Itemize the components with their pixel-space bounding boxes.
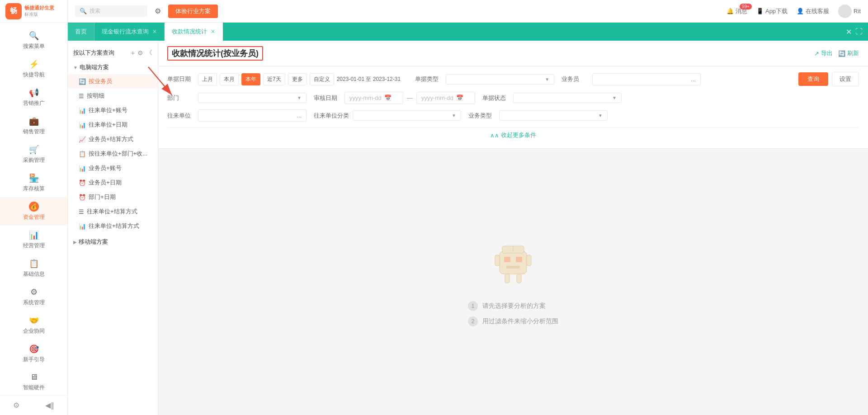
tree-item-salesman-settle[interactable]: 📈 业务员+结算方式 bbox=[68, 132, 158, 146]
app-logo: 畅 畅捷通好生意 标准版 bbox=[0, 0, 67, 23]
salesman-more-btn[interactable]: ... bbox=[691, 76, 696, 83]
quicknav-icon: ⚡ bbox=[29, 59, 39, 69]
partner-date-icon: 📊 bbox=[79, 122, 86, 128]
sidebar-item-operation[interactable]: 📊 经营管理 bbox=[0, 226, 67, 254]
left-panel: 按以下方案查询 + ⚙ 《 ▼ 电脑端方案 🔄 bbox=[68, 41, 158, 415]
tree-item-partner-settle1[interactable]: ☰ 往来单位+结算方式 bbox=[68, 204, 158, 219]
tab-close-all-btn[interactable]: ✕ bbox=[846, 28, 852, 36]
purchase-icon: 🛒 bbox=[29, 145, 39, 155]
logo-text: 畅捷通好生意 标准版 bbox=[24, 5, 54, 18]
collapse-panel-btn[interactable]: 《 bbox=[146, 49, 152, 57]
refresh-button[interactable]: 🔄 刷新 bbox=[838, 49, 859, 57]
partner-more-btn[interactable]: ... bbox=[297, 112, 302, 119]
sidebar-settings-btn[interactable]: ⚙ bbox=[13, 401, 19, 410]
filter-doctype-select[interactable]: ▼ bbox=[446, 74, 554, 85]
tree-section-mobile: ▶ 移动端方案 bbox=[68, 235, 158, 249]
search-icon: 🔍 bbox=[29, 31, 39, 41]
app-download-btn[interactable]: 📱 App下载 bbox=[756, 7, 788, 15]
filter-docstatus-select[interactable]: ▼ bbox=[513, 93, 622, 103]
partner-settle2-icon: 📊 bbox=[79, 223, 86, 230]
filter-audit-end[interactable]: yyyy-mm-dd 📅 bbox=[416, 92, 475, 104]
filter-biztype-select[interactable]: ▼ bbox=[499, 110, 608, 121]
topbar-search[interactable]: 🔍 搜索 bbox=[75, 5, 147, 17]
filter-partner-cat-select[interactable]: ▼ bbox=[353, 110, 461, 121]
user-name[interactable]: Rit bbox=[838, 5, 861, 18]
page-header-actions: ↗ 导出 🔄 刷新 bbox=[814, 49, 859, 57]
sidebar-item-finance[interactable]: 💰 资金管理 bbox=[0, 197, 67, 226]
tree-item-dept-date[interactable]: ⏰ 部门+日期 bbox=[68, 190, 158, 204]
tree-item-partner-dept-collect[interactable]: 📋 按往来单位+部门+收... bbox=[68, 146, 158, 161]
sidebar-item-inventory[interactable]: 🏪 库存核算 bbox=[0, 169, 67, 197]
date-btn-this-month[interactable]: 本月 bbox=[220, 73, 239, 85]
sidebar-item-enterprise[interactable]: 🤝 企业协同 bbox=[0, 311, 67, 340]
settings-button[interactable]: 设置 bbox=[832, 72, 859, 86]
tree-item-partner-account[interactable]: 📊 往来单位+账号 bbox=[68, 103, 158, 118]
tab-bank[interactable]: 现金银行流水查询 ✕ bbox=[94, 23, 165, 41]
date-btn-more[interactable]: 更多 bbox=[288, 73, 307, 85]
search-icon: 🔍 bbox=[80, 8, 87, 14]
tab-maximize-btn[interactable]: ⛶ bbox=[855, 28, 863, 36]
salesman-settle-icon: 📈 bbox=[79, 136, 86, 143]
sidebar-item-marketing[interactable]: 📢 营销推广 bbox=[0, 83, 67, 112]
tree-item-by-detail[interactable]: ☰ 按明细 bbox=[68, 89, 158, 103]
sidebar-collapse-btn[interactable]: ◀‖ bbox=[45, 401, 54, 410]
tree-item-salesman-account[interactable]: 📊 业务员+账号 bbox=[68, 161, 158, 175]
query-button[interactable]: 查询 bbox=[798, 72, 828, 86]
tree-item-partner-date[interactable]: 📊 往来单位+日期 bbox=[68, 118, 158, 132]
collapse-filter-btn[interactable]: ∧∧ 收起更多条件 bbox=[167, 127, 859, 143]
partner-settle1-icon: ☰ bbox=[79, 208, 84, 215]
sidebar-item-search[interactable]: 🔍 搜索菜单 bbox=[0, 26, 67, 55]
filter-partner-select[interactable]: ... bbox=[198, 109, 307, 122]
filter-dept-select[interactable]: ▼ bbox=[198, 93, 307, 103]
tab-bar-actions: ✕ ⛶ bbox=[846, 28, 868, 36]
tree-section-mobile-header[interactable]: ▶ 移动端方案 bbox=[68, 235, 158, 249]
export-button[interactable]: ↗ 导出 bbox=[814, 49, 833, 57]
trial-button[interactable]: 体验行业方案 bbox=[168, 5, 218, 18]
topbar-left: 🔍 搜索 ⚙ 体验行业方案 bbox=[75, 5, 218, 18]
date-btn-custom[interactable]: 自定义 bbox=[310, 73, 334, 85]
date-btn-last-month[interactable]: 上月 bbox=[198, 73, 217, 85]
service-icon: 👤 bbox=[797, 8, 804, 14]
date-btn-this-year[interactable]: 本年 bbox=[241, 73, 260, 85]
customer-service-btn[interactable]: 👤 在线客服 bbox=[797, 7, 829, 15]
refresh-icon: 🔄 bbox=[838, 50, 845, 57]
tab-home[interactable]: 首页 bbox=[68, 23, 94, 41]
sidebar-item-sales[interactable]: 💼 销售管理 bbox=[0, 112, 67, 140]
filter-audit-item: 审核日期 yyyy-mm-dd 📅 — yyyy-mm-dd 📅 bbox=[314, 92, 475, 104]
filter-docstatus-item: 单据状态 ▼ bbox=[482, 93, 622, 103]
tab-bank-close[interactable]: ✕ bbox=[152, 28, 157, 35]
salesman-icon: 🔄 bbox=[79, 78, 86, 85]
svg-rect-7 bbox=[517, 274, 521, 283]
tab-collection[interactable]: 收款情况统计 ✕ bbox=[165, 23, 223, 41]
topbar-gear-icon[interactable]: ⚙ bbox=[155, 7, 161, 15]
scheme-settings-btn[interactable]: ⚙ bbox=[137, 49, 143, 57]
filter-date-group: 上月 本月 本年 近7天 更多 自定义 2023-01-01 至 2023-12… bbox=[198, 73, 401, 85]
sidebar-item-system[interactable]: ⚙ 系统管理 bbox=[0, 283, 67, 311]
tree-section-desktop: ▼ 电脑端方案 🔄 按业务员 ☰ 按明细 📊 往来单位+账号 bbox=[68, 61, 158, 233]
add-scheme-btn[interactable]: + bbox=[131, 49, 135, 57]
tree-item-salesman-date[interactable]: ⏰ 业务员+日期 bbox=[68, 175, 158, 190]
filter-salesman-select[interactable]: ... bbox=[592, 73, 701, 85]
empty-steps: 1 请先选择要分析的方案 2 用过滤条件来缩小分析范围 bbox=[468, 301, 558, 326]
sidebar-item-guide[interactable]: 🎯 新手引导 bbox=[0, 340, 67, 368]
tree-section-desktop-header[interactable]: ▼ 电脑端方案 bbox=[68, 61, 158, 74]
guide-icon: 🎯 bbox=[29, 344, 39, 354]
filter-audit-start[interactable]: yyyy-mm-dd 📅 bbox=[344, 92, 403, 104]
sidebar-item-hardware[interactable]: 🖥 智能硬件 bbox=[0, 368, 67, 395]
sidebar-footer: ⚙ ◀‖ bbox=[0, 395, 67, 415]
operation-icon: 📊 bbox=[29, 230, 39, 240]
notification-btn[interactable]: 🔔 消息 99+ bbox=[726, 7, 747, 15]
filter-partner-item: 往来单位 ... bbox=[167, 109, 307, 122]
svg-rect-2 bbox=[516, 257, 522, 262]
filter-dash: — bbox=[407, 94, 413, 101]
tree-arrow-right: ▶ bbox=[73, 240, 77, 245]
tree-item-by-salesman[interactable]: 🔄 按业务员 bbox=[68, 74, 158, 89]
sidebar-item-basic[interactable]: 📋 基础信息 bbox=[0, 254, 67, 283]
tab-collection-close[interactable]: ✕ bbox=[211, 28, 215, 35]
sidebar-item-purchase[interactable]: 🛒 采购管理 bbox=[0, 140, 67, 169]
date-btn-7days[interactable]: 近7天 bbox=[263, 73, 285, 85]
sidebar-item-quicknav[interactable]: ⚡ 快捷导航 bbox=[0, 55, 67, 83]
detail-icon: ☰ bbox=[79, 93, 84, 99]
tree-item-partner-settle2[interactable]: 📊 往来单位+结算方式 bbox=[68, 219, 158, 233]
enterprise-icon: 🤝 bbox=[29, 316, 39, 325]
